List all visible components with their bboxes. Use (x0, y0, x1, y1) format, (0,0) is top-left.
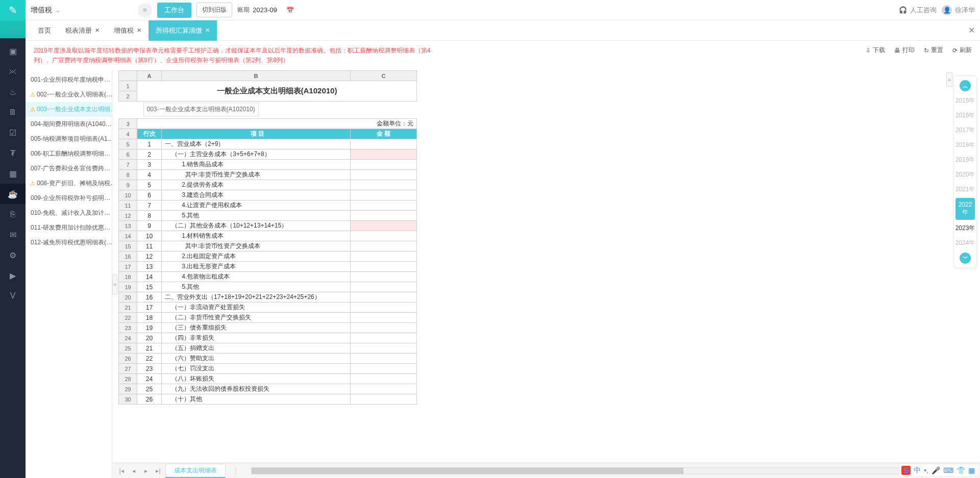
cell-item[interactable]: （一）非流动资产处置损失 (162, 303, 351, 313)
cell-line[interactable]: 9 (137, 221, 162, 231)
cell-item[interactable]: （三）债务重组损失 (162, 323, 351, 333)
close-icon[interactable]: ✕ (137, 27, 141, 34)
cell-item[interactable]: 1.销售商品成本 (162, 160, 351, 170)
cell-line[interactable]: 4 (137, 170, 162, 180)
form-item[interactable]: 010-免税、减计收入及加计… (26, 206, 112, 220)
cell-amount[interactable] (351, 149, 417, 160)
col-header-b[interactable]: B (162, 71, 351, 81)
cell-item[interactable]: （七）罚没支出 (162, 364, 351, 374)
cell-amount[interactable] (351, 190, 417, 200)
cell-line[interactable]: 19 (137, 323, 162, 333)
collapse-handle[interactable]: « (112, 274, 117, 295)
ime-skin-icon[interactable]: 👕 (957, 466, 965, 474)
nav-tax-icon[interactable]: ☕ (0, 184, 26, 204)
company-dropdown[interactable]: 增值税 ⌄ (31, 6, 133, 15)
switch-old-button[interactable]: 切到旧版 (197, 3, 232, 17)
cell-item[interactable]: （四）非常损失 (162, 333, 351, 343)
cell-line[interactable]: 23 (137, 364, 162, 374)
cell-line[interactable]: 21 (137, 343, 162, 354)
cell-line[interactable]: 25 (137, 384, 162, 394)
cell-item[interactable]: 5.其他 (162, 211, 351, 221)
cell-line[interactable]: 18 (137, 313, 162, 323)
cell-item[interactable]: 其中:非货币性资产交换成本 (162, 241, 351, 251)
cell-amount[interactable] (351, 231, 417, 241)
cell-line[interactable]: 16 (137, 292, 162, 303)
cell-item[interactable]: 3.建造合同成本 (162, 190, 351, 200)
cell-line[interactable]: 1 (137, 139, 162, 149)
sheet-nav-next[interactable]: ▸ (141, 467, 151, 474)
form-item[interactable]: 005-纳税调整项目明细表(A1… (26, 132, 112, 146)
form-item[interactable]: 007-广告费和业务宣传费跨… (26, 161, 112, 176)
nav-vip-icon[interactable]: V (0, 286, 26, 306)
cell-amount[interactable] (351, 160, 417, 170)
nav-stamp-icon[interactable]: ₮ (0, 143, 26, 163)
cell-amount[interactable] (351, 241, 417, 251)
form-item[interactable]: 012-减免所得税优惠明细表(… (26, 235, 112, 250)
nav-calendar-icon[interactable]: ▦ (0, 163, 26, 184)
cell-amount[interactable] (351, 303, 417, 313)
cell-item[interactable]: 一、营业成本（2+9） (162, 139, 351, 149)
cell-amount[interactable] (351, 333, 417, 343)
cell-amount[interactable] (351, 313, 417, 323)
cell-amount[interactable] (351, 139, 417, 149)
cell-item[interactable]: （五）捐赠支出 (162, 343, 351, 354)
cell-amount[interactable] (351, 262, 417, 272)
cell-amount[interactable] (351, 354, 417, 364)
cell-item[interactable]: 其中:非货币性资产交换成本 (162, 170, 351, 180)
nav-settings-icon[interactable]: ⚙ (0, 245, 26, 265)
cell-line[interactable]: 15 (137, 282, 162, 292)
sheet-nav-first[interactable]: |◂ (116, 467, 127, 474)
cell-item[interactable]: 3.出租无形资产成本 (162, 262, 351, 272)
cell-amount[interactable] (351, 343, 417, 354)
cell-line[interactable]: 17 (137, 303, 162, 313)
ime-punct-icon[interactable]: •, (924, 466, 928, 474)
calendar-icon[interactable]: 📅 (286, 7, 294, 14)
year-scroll-up[interactable]: ︽ (960, 80, 971, 91)
form-item[interactable]: 006-职工薪酬纳税调整明细… (26, 146, 112, 161)
cell-amount[interactable] (351, 394, 417, 405)
cell-item[interactable]: 1.材料销售成本 (162, 231, 351, 241)
cell-amount[interactable] (351, 251, 417, 262)
nav-video-icon[interactable]: ▶ (0, 265, 26, 286)
cell-amount[interactable] (351, 211, 417, 221)
cell-line[interactable]: 6 (137, 190, 162, 200)
expand-handle[interactable]: » (946, 72, 952, 87)
nav-report-icon[interactable]: ⩙ (0, 61, 26, 82)
ime-toolbox-icon[interactable]: ▦ (968, 466, 975, 474)
form-item[interactable]: 001-企业所得税年度纳税申… (26, 72, 112, 87)
period-input[interactable] (253, 6, 283, 14)
cell-item[interactable]: （六）赞助支出 (162, 354, 351, 364)
col-header-a[interactable]: A (137, 71, 162, 81)
cell-line[interactable]: 22 (137, 354, 162, 364)
nav-fund-icon[interactable]: ♨ (0, 82, 26, 102)
nav-archive-icon[interactable]: ⎘ (0, 204, 26, 224)
cell-item[interactable]: （八）坏账损失 (162, 374, 351, 384)
cell-item[interactable]: 2.提供劳务成本 (162, 180, 351, 190)
cell-line[interactable]: 11 (137, 241, 162, 251)
consult-button[interactable]: 🎧 人工咨询 (899, 6, 937, 15)
year-scroll-down[interactable]: ︾ (960, 253, 971, 264)
cell-item[interactable]: 4.让渡资产使用权成本 (162, 200, 351, 211)
year-2022年[interactable]: 2022年 (955, 198, 975, 220)
download-button[interactable]: ⇩下载 (866, 46, 885, 55)
cell-item[interactable]: （九）无法收回的债券股权投资损失 (162, 384, 351, 394)
nav-ledger-icon[interactable]: ▣ (0, 41, 26, 61)
cell-line[interactable]: 13 (137, 262, 162, 272)
nav-home-icon[interactable]: ⌂ (0, 20, 26, 41)
cell-amount[interactable] (351, 180, 417, 190)
tab-所得税汇算清缴[interactable]: 所得税汇算清缴✕ (149, 20, 217, 41)
cell-item[interactable]: （一）主营业务成本（3+5+6+7+8） (162, 149, 351, 160)
nav-inbox-icon[interactable]: ✉ (0, 224, 26, 245)
cell-item[interactable]: 2.出租固定资产成本 (162, 251, 351, 262)
horizontal-scrollbar[interactable] (251, 467, 972, 474)
refresh-button[interactable]: ⟳刷新 (952, 46, 972, 55)
ime-lang[interactable]: 中 (914, 466, 921, 475)
cell-line[interactable]: 10 (137, 231, 162, 241)
cell-line[interactable]: 24 (137, 374, 162, 384)
cell-line[interactable]: 2 (137, 149, 162, 160)
ime-mic-icon[interactable]: 🎤 (932, 466, 940, 474)
cell-amount[interactable] (351, 364, 417, 374)
cell-line[interactable]: 8 (137, 211, 162, 221)
cell-amount[interactable] (351, 170, 417, 180)
cell-amount[interactable] (351, 282, 417, 292)
